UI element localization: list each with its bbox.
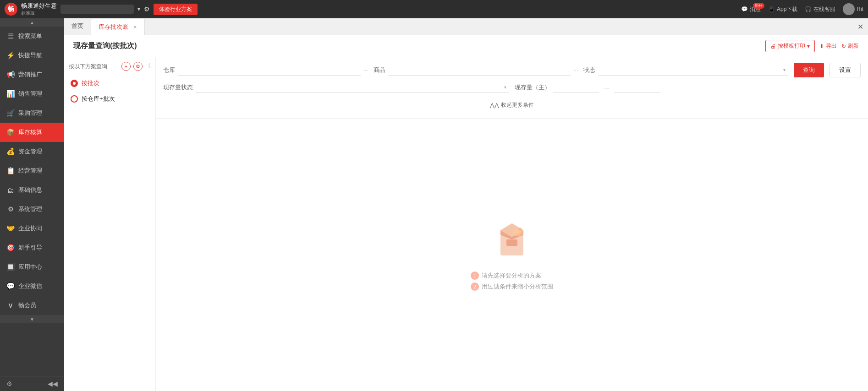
print-dropdown-icon[interactable]: ▾: [807, 43, 810, 49]
stock-qty-from-input[interactable]: [553, 82, 599, 93]
search-input[interactable]: [60, 5, 134, 14]
sidebar-item-label: 经营管理: [18, 167, 42, 175]
filter-panel-title: 按以下方案查询: [69, 63, 107, 71]
main-content: 按以下方案查询 + ⚙ 《 按批次 按仓库+批次: [64, 57, 868, 391]
filter-option-batch[interactable]: 按批次: [69, 76, 151, 91]
collapse-filter-button[interactable]: 《: [145, 62, 151, 71]
status-select[interactable]: [601, 66, 783, 73]
brand-info: 畅康通好生意 标准版: [21, 2, 57, 16]
add-scheme-button[interactable]: +: [121, 62, 131, 71]
query-area: 仓库 ··· 商品 ··· 状态: [156, 57, 868, 391]
refresh-button[interactable]: ↻ 刷新: [841, 42, 859, 50]
top-bar-left: 畅 畅康通好生意 标准版 ▾ ⚙ 体验行业方案: [5, 2, 198, 16]
page-header-actions: 🖨 按模板打印 ▾ ⬆ 导出 ↻ 刷新: [765, 40, 859, 52]
sidebar-item-label: 销售管理: [18, 90, 42, 98]
tab-close-icon[interactable]: ✕: [133, 24, 137, 30]
vip-icon: V: [6, 301, 15, 310]
stock-status-select[interactable]: [198, 84, 504, 91]
close-panel-icon[interactable]: ✕: [857, 22, 863, 31]
warehouse-label: 仓库: [163, 66, 175, 74]
sidebar-item-vip[interactable]: V 畅会员: [0, 296, 64, 315]
tab-inventory-batch-label: 库存批次账: [99, 23, 128, 30]
message-badge: 99+: [753, 3, 764, 9]
sidebar-item-label: 企业协同: [18, 224, 42, 233]
sidebar-item-finance[interactable]: 💰 资金管理: [0, 142, 64, 161]
sidebar-scroll-up[interactable]: ▲: [0, 18, 64, 27]
sidebar-bottom: ⚙ ◀◀: [0, 376, 64, 391]
experience-button[interactable]: 体验行业方案: [154, 4, 198, 15]
stock-qty-to-input[interactable]: [614, 82, 660, 93]
filter-panel-icons: + ⚙ 《: [121, 62, 151, 71]
svg-point-5: [518, 228, 522, 231]
status-label: 状态: [583, 66, 595, 74]
settings-button[interactable]: 设置: [830, 63, 861, 77]
sidebar-item-operation[interactable]: 📋 经营管理: [0, 161, 64, 180]
refresh-icon: ↻: [841, 43, 846, 49]
collapse-sidebar-icon[interactable]: ◀◀: [48, 380, 58, 387]
top-bar: 畅 畅康通好生意 标准版 ▾ ⚙ 体验行业方案 💬 消息 99+ 📱 App下载…: [0, 0, 868, 18]
sidebar-item-sales[interactable]: 📊 销售管理: [0, 84, 64, 103]
sidebar-item-purchase[interactable]: 🛒 采购管理: [0, 103, 64, 123]
handshake-icon: 🤝: [6, 224, 15, 233]
stock-status-select-wrapper[interactable]: ▾: [196, 82, 509, 93]
export-button[interactable]: ⬆ 导出: [819, 42, 837, 50]
page-title: 现存量查询(按批次): [73, 41, 137, 51]
tab-inventory-batch[interactable]: 库存批次账 ✕: [91, 19, 145, 35]
stock-qty-field: 现存量（主） —: [515, 82, 861, 93]
warehouse-dots-icon[interactable]: ···: [363, 67, 368, 73]
filter-bar: 仓库 ··· 商品 ··· 状态: [156, 57, 868, 119]
settings-scheme-button[interactable]: ⚙: [133, 62, 143, 71]
refresh-label: 刷新: [848, 42, 859, 50]
sidebar-item-enterprise[interactable]: 🤝 企业协同: [0, 219, 64, 238]
empty-tips: 1 请先选择要分析的方案 2 用过滤条件来缩小分析范围: [471, 272, 553, 293]
messages-item[interactable]: 💬 消息 99+: [741, 5, 761, 13]
app-download-item[interactable]: 📱 App下载: [768, 5, 797, 13]
brand-edition: 标准版: [21, 10, 57, 16]
sidebar-item-marketing[interactable]: 📢 营销推广: [0, 65, 64, 84]
warehouse-input[interactable]: [178, 65, 361, 76]
tip-num-2: 2: [471, 282, 479, 291]
tab-home-label: 首页: [71, 22, 83, 29]
user-item[interactable]: Rit: [843, 3, 863, 15]
online-service-label: 在线客服: [813, 5, 835, 13]
app-download-label: App下载: [777, 5, 797, 13]
collapse-more-label: 收起更多条件: [501, 101, 534, 109]
query-button[interactable]: 查询: [794, 63, 824, 77]
sidebar-item-system[interactable]: ⚙ 系统管理: [0, 200, 64, 219]
print-button[interactable]: 🖨 按模板打印 ▾: [765, 40, 815, 52]
page-header: 现存量查询(按批次) 🖨 按模板打印 ▾ ⬆ 导出 ↻ 刷新: [64, 35, 868, 57]
online-service-item[interactable]: 🎧 在线客服: [805, 5, 835, 13]
status-select-wrapper[interactable]: ▾: [598, 65, 788, 76]
stock-qty-label: 现存量（主）: [515, 83, 550, 92]
goods-label: 商品: [374, 66, 385, 74]
main-layout: ▲ ☰ 搜索菜单 ⚡ 快捷导航 📢 营销推广 📊 销售管理 🛒 采购管理 📦 库…: [0, 18, 868, 391]
empty-tip-2: 2 用过滤条件来缩小分析范围: [471, 282, 553, 291]
sidebar-item-inventory[interactable]: 📦 库存核算: [0, 123, 64, 142]
collapse-more-button[interactable]: ⋀⋀ 收起更多条件: [163, 98, 861, 113]
tip-text-1: 请先选择要分析的方案: [482, 272, 541, 280]
chart-icon: 📊: [6, 90, 15, 98]
empty-icon: [489, 217, 535, 262]
settings-bottom-icon[interactable]: ⚙: [6, 380, 12, 387]
sidebar-item-wechat[interactable]: 💬 企业微信: [0, 277, 64, 296]
goods-field: 商品 ···: [374, 65, 578, 76]
goods-input[interactable]: [388, 65, 571, 76]
sidebar-item-basic[interactable]: 🗂 基础信息: [0, 180, 64, 200]
gear-icon[interactable]: ⚙: [144, 5, 150, 13]
user-name: Rit: [857, 6, 863, 12]
goods-dots-icon[interactable]: ···: [573, 67, 578, 73]
status-field: 状态 ▾: [583, 65, 788, 76]
sidebar-item-quick-nav[interactable]: ⚡ 快捷导航: [0, 46, 64, 65]
folder-icon: 🗂: [6, 186, 15, 194]
dropdown-button[interactable]: ▾: [137, 6, 140, 12]
tab-home[interactable]: 首页: [64, 18, 91, 35]
sidebar-item-search[interactable]: ☰ 搜索菜单: [0, 27, 64, 46]
sidebar-scroll-down[interactable]: ▼: [0, 315, 64, 323]
tab-bar: 首页 库存批次账 ✕ ✕: [64, 18, 868, 35]
tip-num-1: 1: [471, 272, 479, 280]
sidebar-item-label: 畅会员: [18, 301, 36, 310]
sidebar-item-newguide[interactable]: 🎯 新手引导: [0, 238, 64, 257]
sidebar-item-appstore[interactable]: 🔲 应用中心: [0, 257, 64, 277]
printer-icon: 🖨: [770, 43, 776, 49]
filter-option-warehouse-batch[interactable]: 按仓库+批次: [69, 91, 151, 107]
